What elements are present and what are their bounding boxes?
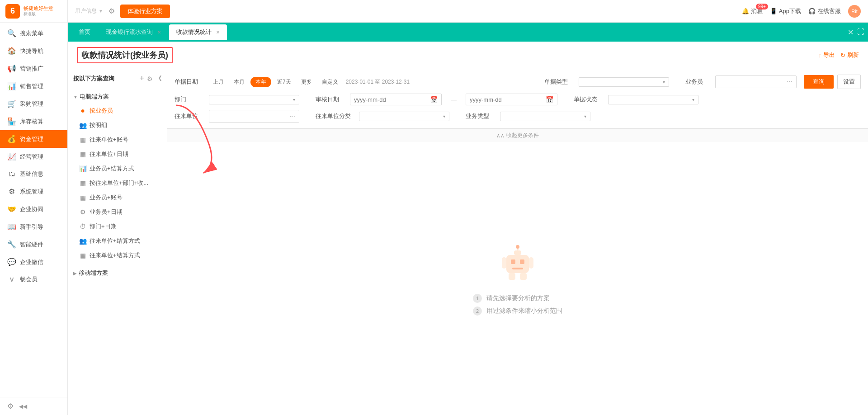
tab-bar: 首页 现金银行流水查询 ✕ 收款情况统计 ✕ ✕ ⛶ xyxy=(68,23,868,42)
window-maximize-icon[interactable]: ⛶ xyxy=(857,28,864,37)
user-info: 用户信息 ▼ xyxy=(75,7,103,15)
user-avatar[interactable]: Rit xyxy=(848,5,861,18)
export-button[interactable]: ↑ 导出 xyxy=(819,51,835,59)
sidebar-item-sales[interactable]: 📊 销售管理 xyxy=(0,77,67,95)
date-label: 单据日期 xyxy=(175,78,202,86)
review-date-label: 审核日期 xyxy=(316,95,343,104)
sidebar-item-operation[interactable]: 📈 经营管理 xyxy=(0,148,67,165)
sidebar-item-search[interactable]: 🔍 搜索菜单 xyxy=(0,24,67,42)
try-industry-button[interactable]: 体验行业方案 xyxy=(120,5,170,18)
scheme-item-7[interactable]: ⚙ 业务员+日期 xyxy=(68,205,167,219)
scheme-add-button[interactable]: + xyxy=(139,74,144,83)
home-icon: 🏠 xyxy=(7,47,16,55)
doc-type-label: 单据类型 xyxy=(544,78,571,86)
scheme-item-9[interactable]: 👥 往来单位+结算方式 xyxy=(68,234,167,248)
biz-type-select[interactable]: ▾ xyxy=(500,112,590,121)
footer-settings-icon[interactable]: ⚙ xyxy=(7,402,14,410)
salesperson-dots[interactable]: ··· xyxy=(787,78,793,86)
online-service-button[interactable]: 🎧 在线客服 xyxy=(808,7,841,15)
sidebar-item-guide[interactable]: 📖 新手引导 xyxy=(0,218,67,236)
sidebar-item-purchase[interactable]: 🛒 采购管理 xyxy=(0,95,67,113)
salesperson-select[interactable]: ··· xyxy=(715,75,797,88)
review-date-start-input[interactable] xyxy=(354,96,430,103)
scheme-item-10[interactable]: ▦ 往来单位+结算方式 xyxy=(68,248,167,263)
scheme-item-4[interactable]: 📊 业务员+结算方式 xyxy=(68,161,167,176)
doc-status-select[interactable]: ▾ xyxy=(608,95,698,104)
date-btn-more[interactable]: 更多 xyxy=(297,76,316,88)
date-btn-thisyear[interactable]: 本年 xyxy=(250,77,271,87)
empty-step-1: 1 请先选择要分析的方案 xyxy=(473,294,562,303)
tab-bank-flow[interactable]: 现金银行流水查询 ✕ xyxy=(99,24,168,40)
scheme-collapse-icon[interactable]: 《 xyxy=(156,75,161,83)
scheme-settings-icon[interactable]: ⚙ xyxy=(147,75,153,82)
download-icon: 📱 xyxy=(770,8,777,14)
partner-type-select[interactable]: ▾ xyxy=(359,112,449,121)
scheme-item-icon-8: ⏱ xyxy=(79,223,87,230)
hardware-icon: 🔧 xyxy=(7,240,16,249)
messages-button[interactable]: 🔔 消息 99+ xyxy=(742,7,763,15)
tab-collection-close[interactable]: ✕ xyxy=(216,30,220,35)
action-buttons: 查询 设置 xyxy=(804,75,861,89)
sidebar-item-inventory[interactable]: 🏪 库存核算 xyxy=(0,113,67,130)
messages-badge: 99+ xyxy=(756,4,768,9)
sidebar-item-hardware[interactable]: 🔧 智能硬件 xyxy=(0,236,67,253)
sidebar-item-enterprise[interactable]: 🤝 企业协同 xyxy=(0,200,67,218)
sidebar-item-quicknav[interactable]: 🏠 快捷导航 xyxy=(0,42,67,60)
date-btn-thismonth[interactable]: 本月 xyxy=(230,76,249,88)
sidebar-item-vip[interactable]: V 畅会员 xyxy=(0,271,67,288)
bell-icon: 🔔 xyxy=(742,8,749,14)
review-date-end-input[interactable] xyxy=(470,96,546,103)
date-btn-custom[interactable]: 自定义 xyxy=(318,76,342,88)
svg-rect-9 xyxy=(509,273,515,280)
tab-home[interactable]: 首页 xyxy=(71,24,98,40)
footer-collapse-icon[interactable]: ◀◀ xyxy=(19,403,27,410)
tab-bank-flow-close[interactable]: ✕ xyxy=(157,30,161,35)
content-wrapper: 按以下方案查询 + ⚙ 《 ▼ 电脑端方案 ● 按业务员 xyxy=(68,69,868,415)
scheme-item-5[interactable]: ▦ 按往来单位+部门+收... xyxy=(68,176,167,190)
sidebar-item-wechat[interactable]: 💬 企业微信 xyxy=(0,253,67,271)
scheme-item-3[interactable]: ▦ 往来单位+日期 xyxy=(68,147,167,161)
doc-type-select[interactable]: ▾ xyxy=(579,77,669,87)
scheme-group-desktop-header[interactable]: ▼ 电脑端方案 xyxy=(68,90,167,104)
svg-point-6 xyxy=(516,245,519,249)
calendar-end-icon[interactable]: 📅 xyxy=(546,96,553,103)
scheme-item-icon-10: ▦ xyxy=(79,252,87,259)
review-date-start[interactable]: 📅 xyxy=(350,94,442,105)
sidebar-item-finance[interactable]: 💰 资金管理 xyxy=(0,130,67,148)
review-date-end[interactable]: 📅 xyxy=(466,94,557,105)
scheme-item-icon-2: ▦ xyxy=(79,136,87,143)
app-download-button[interactable]: 📱 App下载 xyxy=(770,7,801,15)
scheme-item-2[interactable]: ▦ 往来单位+账号 xyxy=(68,132,167,147)
date-btn-7days[interactable]: 近7天 xyxy=(273,76,295,88)
refresh-button[interactable]: ↻ 刷新 xyxy=(840,51,859,59)
sidebar-item-marketing[interactable]: 📢 营销推广 xyxy=(0,60,67,77)
date-separator: — xyxy=(451,96,457,103)
window-close-icon[interactable]: ✕ xyxy=(848,28,854,37)
scheme-item-0[interactable]: ● 按业务员 xyxy=(68,104,167,118)
scheme-group-mobile-header[interactable]: ▶ 移动端方案 xyxy=(68,266,167,280)
marketing-icon: 📢 xyxy=(7,64,16,73)
settings-button[interactable]: 设置 xyxy=(837,75,861,89)
sidebar-item-basic[interactable]: 🗂 基础信息 xyxy=(0,165,67,183)
tab-collection[interactable]: 收款情况统计 ✕ xyxy=(169,24,227,40)
scheme-item-icon-7: ⚙ xyxy=(79,208,87,216)
sidebar-item-system[interactable]: ⚙ 系统管理 xyxy=(0,183,67,200)
svg-rect-8 xyxy=(529,257,533,269)
scheme-item-1[interactable]: 👥 按明细 xyxy=(68,118,167,132)
collapse-bar[interactable]: ∧∧ 收起更多条件 xyxy=(167,128,868,142)
partner-select[interactable]: ··· xyxy=(209,110,299,123)
settings-gear-icon[interactable]: ⚙ xyxy=(108,7,115,15)
scheme-item-6[interactable]: ▦ 业务员+账号 xyxy=(68,190,167,205)
doc-type-arrow: ▾ xyxy=(663,80,665,85)
partner-dots[interactable]: ··· xyxy=(289,112,295,120)
user-dropdown-icon[interactable]: ▼ xyxy=(99,9,103,14)
query-button[interactable]: 查询 xyxy=(804,75,834,89)
finance-icon: 💰 xyxy=(7,135,16,143)
scheme-header: 按以下方案查询 + ⚙ 《 xyxy=(68,69,167,88)
scheme-item-icon-1: 👥 xyxy=(79,122,87,129)
doc-status-arrow: ▾ xyxy=(692,97,694,102)
dept-select[interactable]: ▾ xyxy=(209,95,299,104)
calendar-icon[interactable]: 📅 xyxy=(430,96,438,103)
date-btn-lastmonth[interactable]: 上月 xyxy=(209,76,228,88)
scheme-item-8[interactable]: ⏱ 部门+日期 xyxy=(68,219,167,234)
